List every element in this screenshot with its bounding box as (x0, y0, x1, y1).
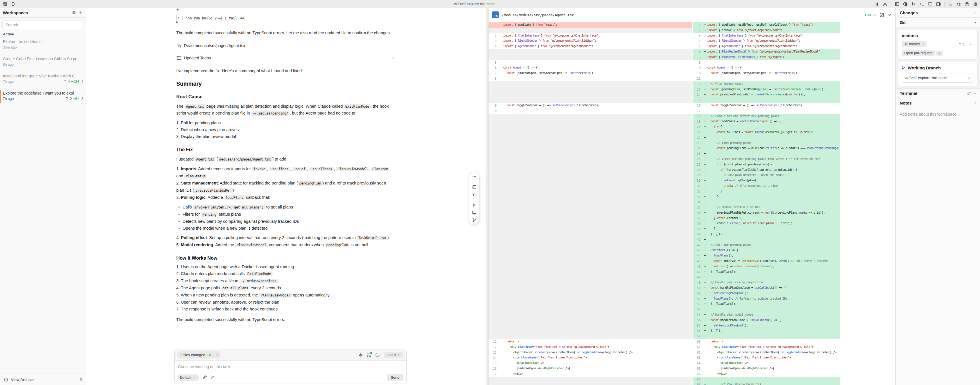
diff-new-pane: 1+import { useState, useEffect, useRef, … (692, 22, 840, 385)
chevron-down-icon[interactable] (391, 56, 395, 60)
workspace-item[interactable]: Create Good First Issues on Github So pe… (0, 54, 86, 71)
spark-icon[interactable] (358, 352, 363, 357)
mode-dropdown[interactable]: Default (177, 374, 199, 381)
list-item: 5. Modal rendering: Added the PlanReview… (176, 241, 395, 248)
diff-row: 59+ (692, 334, 840, 339)
inline-code: useCallback (309, 167, 334, 171)
panel-resize-handle[interactable] (486, 8, 488, 385)
notes-section-header[interactable]: Notes (896, 98, 980, 108)
chevron-down-icon (921, 43, 924, 45)
workspace-item[interactable]: Explore the codebase35m ago (0, 37, 86, 54)
diff-filler-row (488, 81, 692, 87)
contrast-icon[interactable] (903, 2, 908, 6)
attachment-icon[interactable] (202, 375, 207, 380)
chat-paragraph: I've implemented the fix. Here's a summa… (176, 68, 395, 74)
workspace-item[interactable]: Explore the codebase I want you to expl7… (0, 88, 86, 105)
pause-icon[interactable] (874, 2, 879, 6)
monitor-icon[interactable] (928, 2, 932, 6)
copy-icon[interactable] (472, 192, 477, 197)
branch-dropdown[interactable]: master (902, 41, 927, 47)
branch-icon[interactable] (472, 218, 477, 222)
diff-row: 60 return ( (692, 339, 840, 344)
working-branch-input[interactable]: vk/3ccf-explore-the-code (902, 73, 974, 83)
view-archive-button[interactable]: View Archive 0 (0, 374, 86, 385)
menu-icon[interactable] (948, 2, 953, 6)
plus-icon[interactable] (79, 11, 83, 15)
tool-call-row[interactable]: Read medusa/src/pages/Agent.tsx (176, 43, 395, 48)
diff-row: 38+ console.error('Failed to load plans:… (692, 221, 840, 226)
arrow-up-icon (958, 42, 962, 46)
todos-icon (176, 56, 181, 60)
diff-filler-row (488, 199, 692, 205)
dots-icon[interactable] (472, 174, 477, 179)
search-input[interactable] (2, 21, 83, 29)
diff-row: 36+ previousPlanIdsRef.current = new Set… (692, 210, 840, 216)
status-dot (176, 21, 178, 24)
notes-input[interactable]: Add notes about this workspace... (896, 108, 980, 121)
tool-call-row[interactable]: npm run build 2>&1 | tail -80 (176, 15, 395, 21)
git-section-header[interactable]: Git (896, 18, 980, 27)
collapse-file-icon[interactable] (888, 13, 891, 17)
diff-filler-row (488, 334, 692, 339)
open-pr-button[interactable]: Open pull request (902, 50, 935, 56)
panel-left-icon[interactable] (894, 2, 899, 6)
pr-options-button[interactable] (936, 51, 943, 56)
monitor-icon[interactable] (472, 210, 477, 215)
chevron-down-icon (193, 376, 196, 379)
panel-right-icon[interactable] (936, 2, 941, 6)
diff-row: 39+ } (692, 226, 840, 232)
ordered-list: 1. User is on the Agent page with a Dock… (176, 263, 395, 312)
bullet-list: •Calls invoke<PlanItem[]>('get_all_plans… (176, 204, 395, 232)
play-icon[interactable] (472, 203, 477, 207)
files-changed-pill[interactable]: 2 files changed +61 -3 (177, 351, 221, 358)
message-input[interactable]: Continue working on this task... (175, 361, 406, 369)
diff-row: 1+import { useState, useEffect, useRef, … (692, 22, 840, 28)
diff-filler-row (488, 312, 692, 318)
send-button[interactable]: Send (387, 374, 403, 381)
todos-status-icon[interactable] (367, 353, 371, 357)
file-icon (65, 97, 69, 100)
commits-ahead[interactable]: 1 (958, 42, 965, 46)
megaphone-icon[interactable] (956, 2, 961, 6)
additions-count: +61 (207, 353, 213, 357)
terminal-section-header[interactable]: Terminal (896, 89, 980, 98)
inline-code: ~/.medusa/pending/ (239, 279, 278, 283)
diff-row: 10 (488, 108, 692, 114)
help-icon[interactable] (964, 2, 969, 6)
diff-row: 61 <div className="flex flex-col h-scree… (692, 344, 840, 350)
diff-box-icon[interactable] (472, 185, 477, 189)
diff-row: 22+ (692, 135, 840, 140)
git-section-body: medusa master 1 Open pull request (896, 27, 980, 89)
settings-icon[interactable] (973, 2, 978, 6)
diff-filler-row (488, 49, 692, 54)
diff-row: 17 </div> (488, 371, 692, 377)
changes-section-header[interactable]: Changes (896, 8, 980, 18)
view-archive-label: View Archive (11, 377, 34, 382)
diff-filler-row (488, 269, 692, 275)
workspace-item[interactable]: Install and integrate Vibe Kanban Web C7… (0, 71, 86, 88)
diff-filler-row (488, 328, 692, 334)
diff-row: 19+ const loadPlans = useCallback(async … (692, 119, 840, 124)
split-view-icon[interactable] (880, 13, 884, 18)
version-dropdown[interactable]: Latest (384, 352, 403, 358)
diff-row: 4import { RightSidebar } from "@/compone… (692, 38, 840, 44)
tool-call-row[interactable]: Updated Todos (176, 56, 395, 60)
diff-row: 27+ for (const plan of pendingPlans) { (692, 162, 840, 167)
diff-row: 8 (488, 76, 692, 81)
edit-branch-icon[interactable] (967, 76, 971, 80)
diff-row: 55+ // Handle plan modal close (692, 312, 840, 318)
chevrons-up-icon[interactable] (883, 2, 888, 6)
diff-row: 9const Agent = () => { (692, 65, 840, 70)
branch-icon[interactable] (911, 2, 916, 6)
inline-code: TaskDetail.tsx (357, 235, 387, 240)
workspaces-panel: Workspaces Active Explore the codebase35… (0, 8, 86, 385)
list-item: •Opens the modal when a new plan is dete… (176, 225, 395, 232)
expand-icon[interactable] (967, 91, 971, 95)
terminal-line-icon[interactable] (920, 2, 924, 6)
more-actions-icon[interactable] (970, 42, 974, 46)
diff-filler-row (488, 210, 692, 216)
diff-filler-row (488, 162, 692, 167)
layers-icon[interactable] (72, 11, 76, 15)
pen-icon[interactable] (210, 375, 215, 380)
right-panel: Changes Git medusa master 1 (896, 8, 980, 385)
